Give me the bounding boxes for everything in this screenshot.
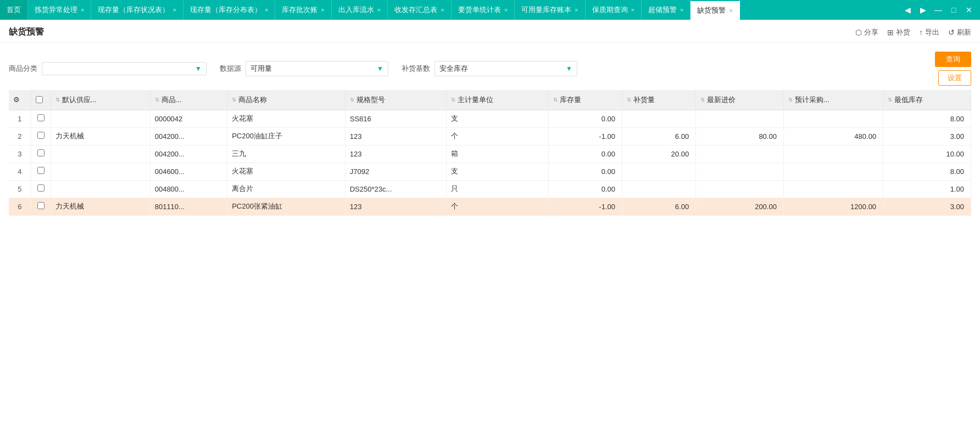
replenish-icon: ⊞ <box>887 28 894 37</box>
row-latest-price-4 <box>696 180 784 198</box>
nav-tab-4-label: 库存批次账 <box>282 5 318 15</box>
row-spec-0: SS816 <box>345 110 447 127</box>
col-default-supplier[interactable]: ⇅ 默认供应... <box>51 90 150 110</box>
row-estimated-purchase-3 <box>783 163 883 180</box>
nav-tab-6-close[interactable]: × <box>441 7 444 13</box>
table-container: ⚙ ⇅ 默认供应... <box>0 90 980 216</box>
row-checkbox-cell-0[interactable] <box>31 110 51 127</box>
window-maximize-button[interactable]: □ <box>947 3 960 16</box>
col-spec[interactable]: ⇅ 规格型号 <box>345 90 447 110</box>
col-replenish-qty[interactable]: ⇅ 补货量 <box>622 90 695 110</box>
replenish-button[interactable]: ⊞ 补货 <box>887 27 910 37</box>
col-estimated-purchase[interactable]: ⇅ 预计采购... <box>783 90 883 110</box>
nav-tab-3[interactable]: 现存量（库存分布表） × <box>183 0 275 20</box>
row-checkbox-1[interactable] <box>37 132 44 139</box>
row-num-3: 4 <box>9 163 31 180</box>
nav-tab-home[interactable]: 首页 <box>0 0 28 20</box>
nav-controls: ◀ ▶ — □ ✕ <box>897 3 980 16</box>
category-select[interactable]: ▼ <box>42 62 207 75</box>
row-checkbox-0[interactable] <box>37 114 44 121</box>
nav-tab-2[interactable]: 现存量（库存状况表） × <box>91 0 183 20</box>
nav-tab-9-label: 保质期查询 <box>592 5 628 15</box>
nav-tab-11[interactable]: 缺货预警 × <box>691 0 739 20</box>
col-unit[interactable]: ⇅ 主计量单位 <box>447 90 548 110</box>
row-checkbox-5[interactable] <box>37 202 44 209</box>
nav-tab-1-close[interactable]: × <box>81 7 84 13</box>
row-unit-2: 箱 <box>447 145 548 163</box>
row-checkbox-cell-2[interactable] <box>31 145 51 163</box>
row-checkbox-cell-4[interactable] <box>31 180 51 198</box>
col-product-code-label: 商品... <box>162 95 182 105</box>
col-latest-price[interactable]: ⇅ 最新进价 <box>696 90 784 110</box>
row-unit-4: 只 <box>447 180 548 198</box>
row-num-5: 6 <box>9 198 31 215</box>
row-checkbox-cell-1[interactable] <box>31 127 51 145</box>
row-stock-4: 0.00 <box>548 180 622 198</box>
row-checkbox-3[interactable] <box>37 167 44 174</box>
row-estimated-purchase-0 <box>783 110 883 127</box>
datasource-select[interactable]: 可用量 ▼ <box>246 61 388 76</box>
row-latest-price-2 <box>696 145 784 163</box>
col-product-code[interactable]: ⇅ 商品... <box>150 90 227 110</box>
sort-icon-5: ⇅ <box>451 97 455 103</box>
nav-tab-11-close[interactable]: × <box>729 7 732 14</box>
row-checkbox-4[interactable] <box>37 184 44 192</box>
settings-button[interactable]: 设置 <box>938 70 971 86</box>
export-button[interactable]: ↑ 导出 <box>919 27 939 37</box>
nav-tab-5-close[interactable]: × <box>377 7 381 13</box>
nav-tab-7[interactable]: 要货单统计表 × <box>452 0 515 20</box>
row-code-5: 801110... <box>150 198 227 215</box>
table-body: 1 0000042 火花塞 SS816 支 0.00 8.00 2 力天机械 0… <box>9 110 971 215</box>
nav-next-button[interactable]: ▶ <box>916 3 929 16</box>
gear-icon: ⚙ <box>13 96 20 104</box>
page-header: 缺货预警 ⬡ 分享 ⊞ 补货 ↑ 导出 ↺ 刷新 <box>0 20 980 43</box>
row-supplier-4 <box>51 180 150 198</box>
table-row: 1 0000042 火花塞 SS816 支 0.00 8.00 <box>9 110 971 127</box>
row-latest-price-5: 200.00 <box>696 198 784 215</box>
nav-tab-10-close[interactable]: × <box>680 7 683 13</box>
query-button[interactable]: 查询 <box>935 52 971 67</box>
nav-tab-10[interactable]: 超储预警 × <box>642 0 691 20</box>
col-stock[interactable]: ⇅ 库存量 <box>548 90 622 110</box>
page-content: 缺货预警 ⬡ 分享 ⊞ 补货 ↑ 导出 ↺ 刷新 商品分类 <box>0 20 980 437</box>
data-table: ⚙ ⇅ 默认供应... <box>9 90 971 216</box>
nav-tab-2-close[interactable]: × <box>172 7 176 13</box>
row-replenish-qty-0 <box>622 110 695 127</box>
row-replenish-qty-2: 20.00 <box>622 145 695 163</box>
col-replenish-qty-label: 补货量 <box>633 95 655 105</box>
share-button[interactable]: ⬡ 分享 <box>855 27 878 37</box>
nav-tab-6[interactable]: 收发存汇总表 × <box>388 0 451 20</box>
window-minimize-button[interactable]: — <box>932 3 945 16</box>
nav-tab-8-close[interactable]: × <box>575 7 578 13</box>
nav-prev-button[interactable]: ◀ <box>901 3 914 16</box>
col-spec-label: 规格型号 <box>357 95 385 105</box>
share-label: 分享 <box>864 27 878 37</box>
nav-tab-4[interactable]: 库存批次账 × <box>275 0 331 20</box>
row-replenish-qty-1: 6.00 <box>622 127 695 145</box>
nav-tab-3-close[interactable]: × <box>265 7 268 13</box>
row-checkbox-cell-5[interactable] <box>31 198 51 215</box>
nav-tab-1[interactable]: 拣货异常处理 × <box>28 0 91 20</box>
row-num-1: 2 <box>9 127 31 145</box>
nav-tab-2-label: 现存量（库存状况表） <box>98 5 169 15</box>
row-unit-3: 支 <box>447 163 548 180</box>
replenish-basis-select[interactable]: 安全库存 ▼ <box>435 61 577 76</box>
window-close-button[interactable]: ✕ <box>962 3 976 16</box>
page-title: 缺货预警 <box>9 26 44 38</box>
row-checkbox-cell-3[interactable] <box>31 163 51 180</box>
col-gear[interactable]: ⚙ <box>9 90 31 110</box>
nav-tab-4-close[interactable]: × <box>321 7 324 13</box>
col-min-stock[interactable]: ⇅ 最低库存 <box>883 90 971 110</box>
col-product-name-label: 商品名称 <box>238 95 267 105</box>
col-product-name[interactable]: ⇅ 商品名称 <box>227 90 346 110</box>
select-all-checkbox[interactable] <box>36 96 43 103</box>
nav-tab-5[interactable]: 出入库流水 × <box>332 0 388 20</box>
sort-icon-2: ⇅ <box>155 97 159 103</box>
nav-tab-8[interactable]: 可用量库存账本 × <box>515 0 585 20</box>
refresh-button[interactable]: ↺ 刷新 <box>948 27 971 37</box>
nav-tab-7-close[interactable]: × <box>504 7 508 13</box>
row-spec-4: DS250*23c... <box>345 180 447 198</box>
row-checkbox-2[interactable] <box>37 149 44 156</box>
nav-tab-9-close[interactable]: × <box>631 7 634 13</box>
nav-tab-9[interactable]: 保质期查询 × <box>586 0 642 20</box>
